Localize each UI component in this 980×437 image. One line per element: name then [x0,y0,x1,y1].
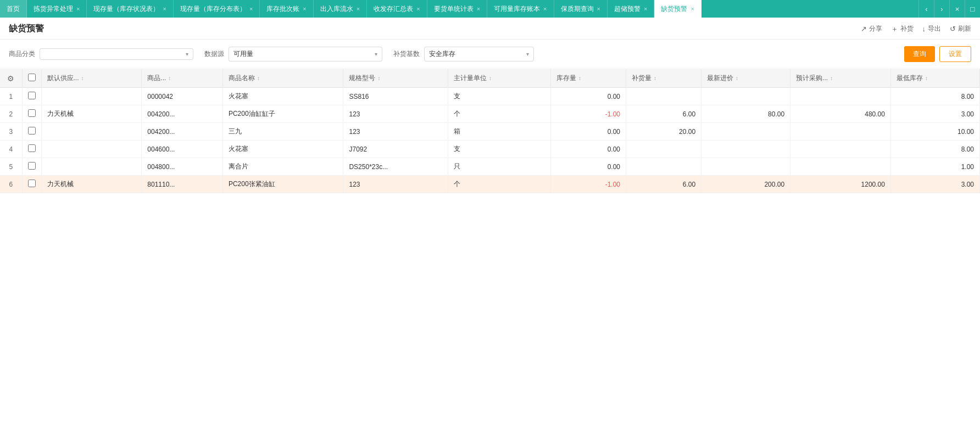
col-spec[interactable]: 规格型号 ↕ [343,69,448,88]
col-settings[interactable]: ⚙ [0,69,22,88]
col-checkbox [22,69,41,88]
col-item-name[interactable]: 商品名称 ↕ [222,69,343,88]
data-source-chevron-icon: ▾ [375,51,377,57]
data-source-group: 数据源 可用量 ▾ [204,47,382,61]
sort-stockqty-icon: ↕ [578,75,581,81]
replenish-button[interactable]: ＋ 补货 [891,24,914,34]
tab-close-expiry-query[interactable]: × [597,5,600,12]
row-replenishqty-4 [626,141,701,158]
tab-close-batch-account[interactable]: × [303,5,306,12]
row-checkbox-6[interactable] [22,176,41,193]
tab-close-available-ledger[interactable]: × [543,5,547,12]
tab-maximize-button[interactable]: □ [965,0,980,18]
sort-replenishqty-icon: ↕ [654,75,656,81]
row-stockqty-3: 0.00 [550,123,626,141]
tab-bar: 首页 拣货异常处理 × 现存量（库存状况表） × 现存量（库存分布表） × 库存… [0,0,980,18]
row-minstock-5: 1.00 [890,158,979,176]
tab-receive-summary[interactable]: 收发存汇总表 × [367,0,427,18]
row-supplier-2: 力天机械 [41,105,142,123]
row-replenishqty-3: 20.00 [626,123,701,141]
export-icon: ↓ [922,25,926,33]
tab-shortage[interactable]: 缺货预警 × [654,0,701,18]
row-num-6: 6 [0,176,22,193]
row-unit-3: 箱 [448,123,550,141]
row-minstock-1: 8.00 [890,88,979,105]
refresh-icon: ↺ [950,25,956,33]
row-stockqty-1: 0.00 [550,88,626,105]
row-stockqty-2: -1.00 [550,105,626,123]
tab-available-ledger[interactable]: 可用量库存账本 × [487,0,554,18]
tab-close-window-button[interactable]: × [949,0,965,18]
row-checkbox-3[interactable] [22,123,41,141]
col-stock-qty[interactable]: 库存量 ↕ [550,69,626,88]
tab-close-defect-handle[interactable]: × [76,5,80,12]
data-source-select[interactable]: 可用量 ▾ [229,47,382,61]
tab-close-overstock[interactable]: × [644,5,647,12]
row-spec-3: 123 [343,123,448,141]
tab-overstock[interactable]: 超储预警 × [608,0,654,18]
tab-prev-button[interactable]: ‹ [918,0,934,18]
row-checkbox-2[interactable] [22,105,41,123]
commodity-class-select[interactable]: ▾ [40,48,193,60]
row-checkbox-4[interactable] [22,141,41,158]
tab-nav-buttons: ‹ › × □ [918,0,980,18]
row-supplier-5 [41,158,142,176]
tab-inventory-dist[interactable]: 现存量（库存分布表） × [174,0,260,18]
row-num-3: 3 [0,123,22,141]
replenish-icon: ＋ [891,24,898,34]
tab-close-order-stat[interactable]: × [477,5,480,12]
col-latest-price[interactable]: 最新进价 ↕ [701,69,790,88]
tab-close-inventory-dist[interactable]: × [249,5,253,12]
col-min-stock[interactable]: 最低库存 ↕ [890,69,979,88]
row-spec-4: J7092 [343,141,448,158]
row-itemname-6: PC200张紧油缸 [222,176,343,193]
tab-close-inventory-status[interactable]: × [163,5,166,12]
tab-batch-account[interactable]: 库存批次账 × [260,0,313,18]
row-latestprice-6: 200.00 [701,176,790,193]
commodity-class-group: 商品分类 ▾ [9,48,193,60]
col-item-code[interactable]: 商品... ↕ [142,69,223,88]
row-itemcode-4: 004600... [142,141,223,158]
page-title: 缺货预警 [9,23,44,35]
tab-next-button[interactable]: › [934,0,949,18]
tab-inventory-status[interactable]: 现存量（库存状况表） × [87,0,173,18]
row-spec-5: DS250*23c... [343,158,448,176]
row-itemname-2: PC200油缸缸子 [222,105,343,123]
tab-expiry-query[interactable]: 保质期查询 × [554,0,608,18]
row-stockqty-5: 0.00 [550,158,626,176]
row-checkbox-1[interactable] [22,88,41,105]
col-unit[interactable]: 主计量单位 ↕ [448,69,550,88]
tab-close-receive-summary[interactable]: × [416,5,420,12]
table-header-row: ⚙ 默认供应... ↕ 商品... ↕ [0,69,980,88]
table-row: 1 0000042 火花塞 SS816 支 0.00 8.00 [0,88,980,105]
col-default-supplier[interactable]: 默认供应... ↕ [41,69,142,88]
row-itemcode-6: 801110... [142,176,223,193]
page-content: 缺货预警 ↗ 分享 ＋ 补货 ↓ 导出 ↺ 刷新 商品分类 [0,18,980,437]
gear-icon[interactable]: ⚙ [7,74,14,83]
table-body: 1 0000042 火花塞 SS816 支 0.00 8.00 2 力天机械 0… [0,88,980,193]
tab-order-stat[interactable]: 要货单统计表 × [427,0,487,18]
tab-close-shortage[interactable]: × [691,5,694,12]
row-unit-1: 支 [448,88,550,105]
tab-inout-flow[interactable]: 出入库流水 × [314,0,367,18]
row-checkbox-5[interactable] [22,158,41,176]
export-button[interactable]: ↓ 导出 [922,24,942,33]
refresh-button[interactable]: ↺ 刷新 [950,24,971,33]
row-itemname-4: 火花塞 [222,141,343,158]
row-replenishqty-6: 6.00 [626,176,701,193]
col-est-purchase[interactable]: 预计采购... ↕ [790,69,891,88]
share-button[interactable]: ↗ 分享 [861,24,882,33]
tab-defect-handle[interactable]: 拣货异常处理 × [27,0,87,18]
row-latestprice-2: 80.00 [701,105,790,123]
tab-home[interactable]: 首页 [0,0,27,18]
settings-button[interactable]: 设置 [939,46,971,62]
row-supplier-6: 力天机械 [41,176,142,193]
select-all-checkbox[interactable] [28,74,36,81]
col-replenish-qty[interactable]: 补货量 ↕ [626,69,701,88]
replenish-base-select[interactable]: 安全库存 ▾ [424,47,534,61]
query-button[interactable]: 查询 [904,46,935,62]
row-itemcode-3: 004200... [142,123,223,141]
row-itemcode-1: 0000042 [142,88,223,105]
row-estpurchase-4 [790,141,891,158]
tab-close-inout-flow[interactable]: × [357,5,360,12]
